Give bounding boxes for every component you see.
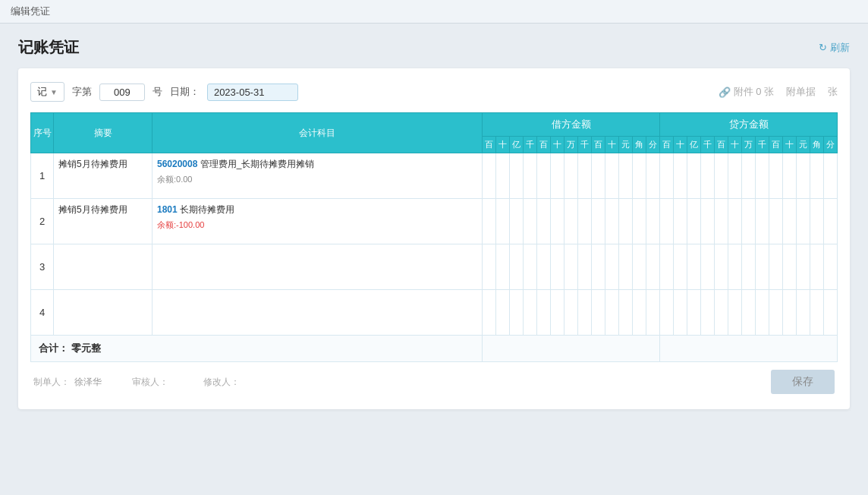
debit-amount-cell[interactable] [496,199,510,244]
debit-amount-cell[interactable] [578,199,592,244]
credit-amount-cell[interactable] [687,199,701,244]
credit-amount-cell[interactable] [769,244,783,290]
summary-cell[interactable] [54,244,153,290]
credit-amount-cell[interactable] [660,199,674,244]
debit-amount-cell[interactable] [537,199,551,244]
credit-amount-cell[interactable] [824,153,838,199]
credit-amount-cell[interactable] [810,199,824,244]
debit-amount-cell[interactable] [633,290,646,336]
debit-amount-cell[interactable] [605,290,619,336]
debit-amount-cell[interactable] [496,290,510,336]
account-cell[interactable] [153,290,483,336]
credit-amount-cell[interactable] [797,199,810,244]
credit-amount-cell[interactable] [715,290,728,336]
attachment-link[interactable]: 🔗 附件 0 张 [719,85,774,99]
summary-cell[interactable]: 摊销5月待摊费用 [54,199,153,244]
debit-amount-cell[interactable] [565,244,578,290]
date-input[interactable] [207,84,298,101]
debit-amount-cell[interactable] [483,199,496,244]
debit-amount-cell[interactable] [551,244,565,290]
credit-amount-cell[interactable] [728,199,742,244]
credit-amount-cell[interactable] [701,244,715,290]
credit-amount-cell[interactable] [728,290,742,336]
credit-amount-cell[interactable] [810,153,824,199]
credit-amount-cell[interactable] [728,244,742,290]
debit-amount-cell[interactable] [578,153,592,199]
credit-amount-cell[interactable] [728,153,742,199]
credit-amount-cell[interactable] [687,290,701,336]
credit-amount-cell[interactable] [783,244,797,290]
debit-amount-cell[interactable] [524,290,537,336]
credit-amount-cell[interactable] [701,199,715,244]
debit-amount-cell[interactable] [565,290,578,336]
debit-amount-cell[interactable] [578,244,592,290]
credit-amount-cell[interactable] [742,153,756,199]
debit-amount-cell[interactable] [510,153,524,199]
debit-amount-cell[interactable] [592,244,605,290]
debit-amount-cell[interactable] [592,199,605,244]
debit-amount-cell[interactable] [565,199,578,244]
debit-amount-cell[interactable] [524,244,537,290]
debit-amount-cell[interactable] [551,153,565,199]
debit-amount-cell[interactable] [565,153,578,199]
credit-amount-cell[interactable] [756,153,769,199]
credit-amount-cell[interactable] [769,153,783,199]
debit-amount-cell[interactable] [619,199,633,244]
credit-amount-cell[interactable] [824,290,838,336]
credit-amount-cell[interactable] [783,290,797,336]
credit-amount-cell[interactable] [797,244,810,290]
credit-amount-cell[interactable] [810,290,824,336]
credit-amount-cell[interactable] [701,153,715,199]
credit-amount-cell[interactable] [715,153,728,199]
credit-amount-cell[interactable] [756,244,769,290]
credit-amount-cell[interactable] [674,199,687,244]
debit-amount-cell[interactable] [592,290,605,336]
debit-amount-cell[interactable] [551,290,565,336]
credit-amount-cell[interactable] [824,244,838,290]
credit-amount-cell[interactable] [660,153,674,199]
credit-amount-cell[interactable] [742,244,756,290]
debit-amount-cell[interactable] [524,153,537,199]
account-cell[interactable]: 1801 长期待摊费用余额:-100.00 [153,199,483,244]
credit-amount-cell[interactable] [742,290,756,336]
credit-amount-cell[interactable] [715,199,728,244]
credit-amount-cell[interactable] [810,244,824,290]
credit-amount-cell[interactable] [783,153,797,199]
debit-amount-cell[interactable] [496,153,510,199]
debit-amount-cell[interactable] [619,290,633,336]
summary-cell[interactable] [54,290,153,336]
credit-amount-cell[interactable] [674,244,687,290]
debit-amount-cell[interactable] [524,199,537,244]
debit-amount-cell[interactable] [605,153,619,199]
credit-amount-cell[interactable] [824,199,838,244]
debit-amount-cell[interactable] [619,244,633,290]
credit-amount-cell[interactable] [674,153,687,199]
credit-amount-cell[interactable] [742,199,756,244]
credit-amount-cell[interactable] [783,199,797,244]
credit-amount-cell[interactable] [687,153,701,199]
debit-amount-cell[interactable] [646,153,660,199]
debit-amount-cell[interactable] [605,199,619,244]
debit-amount-cell[interactable] [483,290,496,336]
debit-amount-cell[interactable] [592,153,605,199]
debit-amount-cell[interactable] [633,199,646,244]
credit-amount-cell[interactable] [715,244,728,290]
debit-amount-cell[interactable] [646,199,660,244]
debit-amount-cell[interactable] [537,290,551,336]
credit-amount-cell[interactable] [701,290,715,336]
debit-amount-cell[interactable] [633,244,646,290]
debit-amount-cell[interactable] [537,153,551,199]
debit-amount-cell[interactable] [605,244,619,290]
credit-amount-cell[interactable] [769,290,783,336]
credit-amount-cell[interactable] [797,290,810,336]
credit-amount-cell[interactable] [769,199,783,244]
refresh-button[interactable]: ↻ 刷新 [819,41,850,55]
credit-amount-cell[interactable] [660,290,674,336]
credit-amount-cell[interactable] [756,199,769,244]
credit-amount-cell[interactable] [756,290,769,336]
debit-amount-cell[interactable] [483,153,496,199]
debit-amount-cell[interactable] [578,290,592,336]
credit-amount-cell[interactable] [674,290,687,336]
debit-amount-cell[interactable] [633,153,646,199]
debit-amount-cell[interactable] [510,199,524,244]
